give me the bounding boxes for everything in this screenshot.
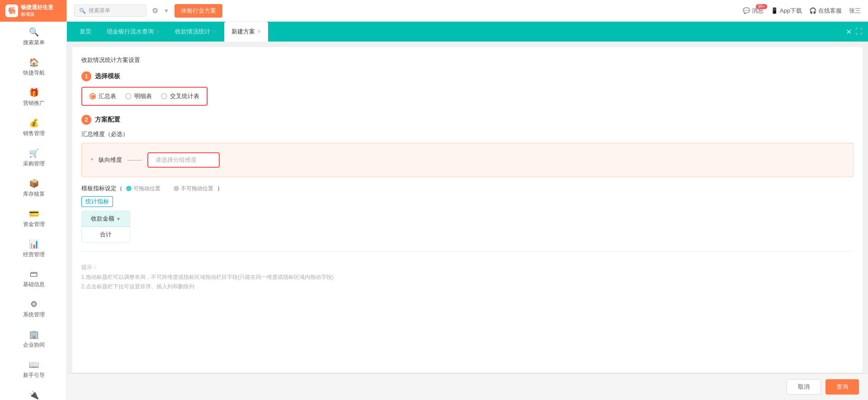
- tab-home[interactable]: 首页: [72, 22, 99, 42]
- message-button[interactable]: 💬 99+ 消息: [743, 7, 764, 15]
- metrics-header-text: 模板指标设定（: [81, 184, 123, 193]
- non-draggable-indicator: 不可拖动位置: [174, 185, 213, 193]
- metrics-header: 模板指标设定（ 可拖动位置 不可拖动位置 ）: [81, 184, 854, 193]
- money-icon: 💰: [29, 118, 39, 128]
- radio-detail[interactable]: 明细表: [125, 92, 152, 100]
- sidebar-item-system[interactable]: ⚙ 系统管理: [0, 294, 66, 324]
- logo-icon: 畅: [5, 5, 18, 17]
- section1-header: 1 选择模板: [81, 71, 854, 81]
- draggable-indicator: 可拖动位置: [126, 185, 160, 193]
- topbar-right: 💬 99+ 消息 📱 App下载 🎧 在线客服 张三: [743, 7, 861, 15]
- tip-2: 2.点击标题栏下拉可设置排序、插入列和删除列: [81, 282, 854, 292]
- chevron-down-icon: ▼: [116, 216, 121, 221]
- radio-summary-circle: [90, 93, 96, 99]
- search-box[interactable]: 🔍 搜索菜单: [74, 5, 146, 17]
- tab-bank-close-icon[interactable]: ×: [156, 28, 160, 35]
- radio-summary[interactable]: 汇总表: [90, 92, 116, 100]
- online-service-label: 在线客服: [818, 7, 842, 15]
- tip-1: 1.拖动标题栏可以调整布局，不可跨维度或指标区域拖动栏目字段(只能在同一维度或指…: [81, 273, 854, 282]
- template-selection-box: 汇总表 明细表 交叉统计表: [81, 87, 208, 106]
- dimension-section-label: 汇总维度（必选）: [81, 130, 854, 138]
- radio-summary-label: 汇总表: [99, 92, 116, 100]
- search-placeholder: 搜索菜单: [89, 7, 110, 14]
- section2-label: 方案配置: [95, 116, 120, 124]
- sidebar-item-label: 采购管理: [23, 160, 45, 168]
- sidebar-item-enterprise[interactable]: 🏢 企业协同: [0, 324, 66, 354]
- radio-detail-label: 明细表: [134, 92, 152, 100]
- tab-home-label: 首页: [80, 28, 91, 36]
- box-icon: 📦: [29, 179, 39, 188]
- sidebar-logo: 畅 畅捷通好生意 标准版: [0, 0, 66, 22]
- sidebar-item-quick-nav[interactable]: 🏠 快捷导航: [0, 52, 66, 82]
- message-badge: 99+: [756, 4, 767, 9]
- sidebar-item-label: 库存核算: [23, 190, 45, 198]
- divider: [81, 251, 854, 252]
- topbar-dropdown-icon[interactable]: ▼: [164, 8, 169, 14]
- book-icon: 📖: [29, 360, 39, 370]
- app-download-label: App下载: [780, 7, 802, 15]
- sidebar-item-label: 快捷导航: [23, 69, 45, 77]
- sidebar-item-hardware[interactable]: 🔌 智能硬件: [0, 385, 66, 400]
- sidebar-item-basic[interactable]: 🗃 基础信息: [0, 264, 66, 294]
- metrics-table: 收款金额 ▼ 合计: [81, 211, 130, 243]
- metrics-col-header[interactable]: 收款金额 ▼: [82, 211, 130, 227]
- tab-receipt[interactable]: 收款情况统计 ×: [168, 22, 223, 42]
- sidebar-item-operation[interactable]: 📊 经营管理: [0, 234, 66, 264]
- sidebar-item-label: 新手引导: [23, 372, 45, 379]
- tips-section: 提示： 1.拖动标题栏可以调整布局，不可跨维度或指标区域拖动栏目字段(只能在同一…: [81, 263, 854, 292]
- tab-receipt-close-icon[interactable]: ×: [213, 28, 216, 35]
- section2-header: 2 方案配置: [81, 115, 854, 125]
- dimension-select[interactable]: 请选择分组维度: [147, 152, 220, 168]
- sidebar-item-label: 营销推广: [23, 99, 45, 107]
- industry-button[interactable]: 体验行业方案: [175, 4, 222, 18]
- sidebar-item-label: 系统管理: [23, 311, 45, 319]
- non-draggable-label: 不可拖动位置: [181, 185, 213, 193]
- section1-label: 选择模板: [95, 72, 120, 80]
- query-button[interactable]: 查询: [826, 379, 859, 395]
- building-icon: 🏢: [29, 329, 39, 339]
- online-service-button[interactable]: 🎧 在线客服: [809, 7, 842, 15]
- app-download-button[interactable]: 📱 App下载: [771, 7, 802, 15]
- dimension-row: * 纵向维度 —— 请选择分组维度: [91, 152, 844, 168]
- sidebar-item-purchase[interactable]: 🛒 采购管理: [0, 143, 66, 173]
- tab-bank[interactable]: 现金银行流水查询 ×: [99, 22, 167, 42]
- tabbar-actions: ✕ ⛶: [846, 22, 863, 42]
- tab-receipt-label: 收款情况统计: [175, 28, 210, 36]
- metrics-header-close: ）: [217, 184, 223, 193]
- arrow-icon: ——: [127, 156, 142, 164]
- home-icon: 🏠: [29, 57, 39, 67]
- sidebar-item-sales[interactable]: 💰 销售管理: [0, 113, 66, 143]
- tab-new-plan-label: 新建方案: [231, 28, 255, 36]
- close-window-icon[interactable]: ✕: [846, 28, 852, 36]
- section-template: 1 选择模板 汇总表 明细表 交叉统计表: [81, 71, 854, 106]
- cancel-button[interactable]: 取消: [787, 379, 821, 395]
- sidebar: 畅 畅捷通好生意 标准版 🔍 搜索菜单 🏠 快捷导航 🎁 营销推广 💰 销售管理…: [0, 0, 67, 400]
- page-container: 收款情况统计方案设置 1 选择模板 汇总表 明细表: [72, 47, 863, 373]
- tab-new-plan-close-icon[interactable]: ×: [258, 28, 261, 35]
- sidebar-item-label: 销售管理: [23, 130, 45, 137]
- draggable-dot: [126, 186, 132, 191]
- radio-detail-circle: [125, 93, 132, 99]
- sidebar-nav: 🔍 搜索菜单 🏠 快捷导航 🎁 营销推广 💰 销售管理 🛒 采购管理 📦 库存核…: [0, 22, 66, 400]
- settings-icon[interactable]: ⚙: [152, 6, 158, 15]
- vertical-dim-label: 纵向维度: [99, 156, 122, 164]
- sidebar-item-search[interactable]: 🔍 搜索菜单: [0, 22, 66, 52]
- dimension-area: * 纵向维度 —— 请选择分组维度: [81, 143, 854, 177]
- page-title: 收款情况统计方案设置: [81, 56, 854, 64]
- radio-cross[interactable]: 交叉统计表: [161, 92, 199, 100]
- col-header-label: 收款金额: [91, 215, 114, 223]
- topbar: 🔍 搜索菜单 ⚙ ▼ 体验行业方案 💬 99+ 消息 📱 App下载 🎧 在线客…: [67, 0, 868, 22]
- sidebar-item-finance[interactable]: 💳 资金管理: [0, 203, 66, 234]
- sidebar-item-inventory[interactable]: 📦 库存核算: [0, 173, 66, 203]
- tab-new-plan[interactable]: 新建方案 ×: [224, 22, 268, 42]
- edition-badge: 标准版: [21, 11, 53, 18]
- user-name: 张三: [849, 7, 861, 15]
- main-area: 🔍 搜索菜单 ⚙ ▼ 体验行业方案 💬 99+ 消息 📱 App下载 🎧 在线客…: [67, 0, 868, 400]
- maximize-icon[interactable]: ⛶: [855, 28, 863, 36]
- metrics-total-cell: 合计: [82, 227, 130, 242]
- download-icon: 📱: [771, 7, 778, 14]
- sidebar-item-marketing[interactable]: 🎁 营销推广: [0, 82, 66, 113]
- sidebar-item-guide[interactable]: 📖 新手引导: [0, 354, 66, 385]
- user-profile[interactable]: 张三: [849, 7, 861, 15]
- metrics-section: 模板指标设定（ 可拖动位置 不可拖动位置 ） 统计指标: [81, 184, 854, 244]
